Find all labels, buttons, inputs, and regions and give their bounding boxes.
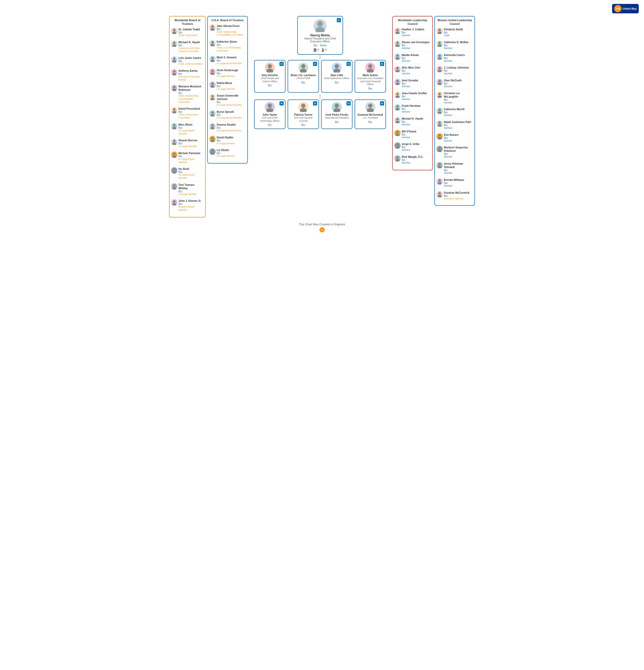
member-bio-link[interactable]: Bio bbox=[444, 169, 473, 172]
svg-point-64 bbox=[211, 149, 214, 152]
svg-point-108 bbox=[396, 67, 399, 70]
member-bio-link[interactable]: Bio bbox=[444, 152, 473, 156]
member-bio-link[interactable]: Bio bbox=[217, 139, 246, 142]
member-bio-link[interactable]: Bio bbox=[402, 57, 431, 60]
member-bio-link[interactable]: Bio bbox=[402, 108, 431, 110]
member-bio-link[interactable]: Bio bbox=[178, 203, 204, 205]
member-bio-link[interactable]: Bio bbox=[217, 28, 246, 31]
linkedin-icon[interactable]: in bbox=[347, 101, 351, 106]
member-bio-link[interactable]: Bio bbox=[402, 120, 431, 123]
member-role: At-Large Member bbox=[178, 145, 204, 148]
member-bio-link[interactable]: Bio bbox=[178, 60, 204, 63]
member-name: Brenda Williams bbox=[444, 178, 473, 182]
member-info: Catherine Merrill Bio Member bbox=[444, 108, 473, 117]
member-bio-link[interactable]: Bio bbox=[402, 44, 431, 47]
member-role: Member bbox=[444, 85, 473, 88]
linkedin-icon[interactable]: in bbox=[313, 101, 317, 106]
member-bio-link[interactable]: Bio bbox=[217, 43, 246, 46]
member-bio-link[interactable]: Bio bbox=[402, 159, 431, 161]
member-bio-link[interactable]: Bio bbox=[178, 190, 204, 193]
member-bio-link[interactable]: Bio bbox=[402, 69, 431, 72]
linkedin-icon[interactable]: in bbox=[347, 62, 351, 66]
member-avatar bbox=[171, 167, 177, 174]
member-info: Natali Justiniano Pahl Bio Member bbox=[444, 120, 473, 130]
svg-point-61 bbox=[211, 137, 214, 139]
member-info: Marc Bitzer Bio At-Large Board Member bbox=[178, 123, 204, 135]
member-role: Member bbox=[402, 136, 431, 139]
ceo-bio-link[interactable]: Bio bbox=[313, 44, 317, 47]
member-bio-link[interactable]: Bio bbox=[178, 171, 204, 174]
member-name: John J. Dooner Jr. bbox=[178, 199, 204, 203]
member-avatar bbox=[171, 69, 177, 75]
member-bio-link[interactable]: Bio bbox=[444, 137, 473, 139]
worldwide-board-member: Sharan Burrow Bio At-Large Member bbox=[171, 139, 204, 150]
report-bio-link[interactable]: Bio bbox=[301, 123, 305, 126]
women-united-members: Kimberly Smith Bio Chair Catherine D. Mc… bbox=[437, 28, 473, 201]
svg-point-16 bbox=[173, 108, 176, 111]
worldwide-board-member: Mariame McIntosh Robinson Bio Chair, Mem… bbox=[171, 85, 204, 105]
report-bio-link[interactable]: Bio bbox=[301, 81, 305, 84]
member-bio-link[interactable]: Bio bbox=[178, 44, 204, 47]
member-bio-link[interactable]: Bio bbox=[217, 72, 246, 75]
panel-women-united: Women United Leadership Council Kimberly… bbox=[434, 16, 475, 206]
women-united-member: Catherine Merrill Bio Member bbox=[437, 108, 473, 119]
member-bio-link[interactable]: Bio bbox=[402, 82, 431, 85]
member-bio-link[interactable]: Bio bbox=[402, 31, 431, 34]
report-bio-link[interactable]: Bio bbox=[335, 81, 339, 84]
member-bio-link[interactable]: Bio bbox=[444, 195, 473, 197]
member-bio-link[interactable]: Bio bbox=[178, 110, 204, 113]
member-name: Antonella Castro bbox=[444, 53, 473, 57]
report-bio-link[interactable]: Bio bbox=[368, 87, 372, 90]
member-bio-link[interactable]: Bio bbox=[402, 95, 431, 98]
member-bio-link[interactable]: Bio bbox=[444, 182, 473, 185]
ceo-news-link[interactable]: News bbox=[320, 44, 326, 47]
worldwide-leadership-members: Heather J. Culbert Bio Member Steven van… bbox=[394, 28, 431, 166]
linkedin-icon[interactable]: in bbox=[280, 101, 284, 106]
svg-point-114 bbox=[396, 93, 399, 95]
member-bio-link[interactable]: Bio bbox=[402, 133, 431, 136]
report-name: Brian J.G. Lachance bbox=[290, 73, 317, 77]
report-bio-link[interactable]: Bio bbox=[368, 121, 372, 123]
linkedin-icon[interactable]: in bbox=[380, 101, 384, 106]
linkedin-icon[interactable]: in bbox=[280, 62, 284, 66]
member-avatar bbox=[394, 104, 401, 110]
member-bio-link[interactable]: Bio bbox=[178, 31, 204, 34]
member-bio-link[interactable]: Bio bbox=[217, 59, 246, 62]
main-layout: Worldwide Board of Trustees Dr. Juliette… bbox=[3, 16, 641, 217]
linkedin-icon[interactable]: in bbox=[313, 62, 317, 66]
member-bio-link[interactable]: Bio bbox=[217, 126, 246, 129]
member-bio-link[interactable]: Bio bbox=[217, 152, 246, 155]
member-bio-link[interactable]: Bio bbox=[217, 85, 246, 88]
stat-badge-1: 8 bbox=[313, 48, 319, 52]
report-name: Stan Little bbox=[324, 73, 350, 77]
member-bio-link[interactable]: Bio bbox=[217, 113, 246, 117]
member-bio-link[interactable]: Bio bbox=[444, 57, 473, 60]
linkedin-icon[interactable]: in bbox=[380, 62, 384, 66]
svg-point-141 bbox=[438, 67, 441, 70]
linkedin-icon[interactable]: in bbox=[337, 18, 341, 22]
member-bio-link[interactable]: Bio bbox=[444, 111, 473, 114]
member-bio-link[interactable]: Bio bbox=[444, 82, 473, 85]
leadership-member: Frank Harshaw Bio Member bbox=[394, 104, 431, 115]
member-bio-link[interactable]: Bio bbox=[178, 92, 204, 94]
member-bio-link[interactable]: Bio bbox=[178, 142, 204, 145]
member-bio-link[interactable]: Bio bbox=[444, 98, 473, 101]
member-bio-link[interactable]: Bio bbox=[178, 155, 204, 158]
report-bio-link[interactable]: Bio bbox=[268, 123, 272, 126]
member-bio-link[interactable]: Bio bbox=[178, 72, 204, 75]
member-name: Kimberly Smith bbox=[444, 28, 473, 31]
report-avatar bbox=[365, 63, 375, 72]
member-bio-link[interactable]: Bio bbox=[217, 101, 246, 104]
report-bio-link[interactable]: Bio bbox=[335, 121, 339, 123]
member-avatar bbox=[209, 123, 216, 129]
member-name: Susan Somersille Johnson bbox=[217, 94, 246, 101]
member-bio-link[interactable]: Bio bbox=[444, 31, 473, 34]
member-bio-link[interactable]: Bio bbox=[402, 146, 431, 149]
member-bio-link[interactable]: Bio bbox=[178, 126, 204, 129]
member-bio-link[interactable]: Bio bbox=[444, 44, 473, 47]
member-name: Orvin Kimbrough bbox=[217, 69, 246, 72]
svg-point-129 bbox=[396, 156, 399, 159]
member-bio-link[interactable]: Bio bbox=[444, 124, 473, 127]
report-bio-link[interactable]: Bio bbox=[268, 84, 272, 87]
member-bio-link[interactable]: Bio bbox=[444, 69, 473, 72]
